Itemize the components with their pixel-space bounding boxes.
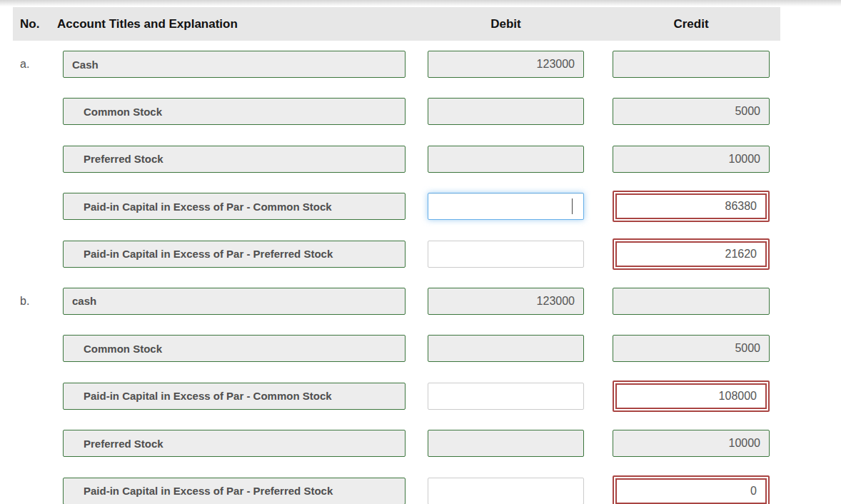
account-title-input <box>63 478 406 504</box>
credit-input <box>613 335 770 362</box>
entry-letter: b. <box>20 295 63 308</box>
top-fade-shadow <box>0 0 841 6</box>
account-title-input <box>63 383 406 410</box>
account-title-input <box>63 146 406 173</box>
account-cell <box>63 380 406 412</box>
account-title-input <box>63 288 406 315</box>
credit-cell <box>613 143 770 175</box>
credit-input <box>613 288 770 315</box>
debit-input-wrap <box>428 383 584 410</box>
account-cell <box>63 96 406 127</box>
credit-cell <box>613 238 770 270</box>
debit-cell <box>428 475 584 504</box>
account-title-input <box>63 241 406 268</box>
debit-input[interactable] <box>428 478 584 504</box>
credit-input <box>613 430 770 457</box>
debit-cell <box>428 191 584 222</box>
debit-input-wrap <box>428 478 584 504</box>
credit-input-wrap <box>613 51 770 78</box>
debit-input-wrap <box>428 335 584 362</box>
journal-row <box>0 143 841 175</box>
debit-input-wrap <box>428 51 584 78</box>
debit-cell <box>428 49 584 80</box>
journal-row <box>0 191 841 222</box>
journal-row <box>0 380 841 412</box>
entry-letter: a. <box>20 58 63 71</box>
debit-cell <box>428 380 584 412</box>
account-cell <box>63 143 406 175</box>
header-account: Account Titles and Explanation <box>57 7 238 41</box>
debit-input[interactable] <box>428 383 584 410</box>
credit-input[interactable] <box>615 193 767 219</box>
debit-input <box>428 146 584 173</box>
debit-input-wrap <box>428 430 584 457</box>
credit-input <box>613 98 770 125</box>
credit-cell <box>613 428 770 459</box>
debit-cell <box>428 96 584 127</box>
account-title-input <box>63 51 406 78</box>
journal-row <box>0 428 841 459</box>
debit-cell <box>428 333 584 364</box>
debit-input <box>428 430 584 457</box>
header-credit: Credit <box>613 7 770 41</box>
debit-input <box>428 98 584 125</box>
account-title-input <box>63 193 406 220</box>
journal-row <box>0 475 841 504</box>
debit-input <box>428 288 584 315</box>
debit-input <box>428 51 584 78</box>
debit-input[interactable] <box>428 193 584 220</box>
credit-input <box>613 146 770 173</box>
journal-row <box>0 238 841 270</box>
credit-input <box>613 51 770 78</box>
credit-input-wrap <box>613 380 770 412</box>
credit-input-wrap <box>613 475 770 504</box>
account-cell <box>63 333 406 364</box>
credit-input-wrap <box>613 335 770 362</box>
credit-input-wrap <box>613 146 770 173</box>
account-title-input <box>63 430 406 457</box>
account-cell <box>63 49 406 80</box>
credit-input[interactable] <box>615 478 767 504</box>
text-caret <box>572 198 573 214</box>
account-title-input <box>63 98 406 125</box>
credit-input[interactable] <box>615 241 767 267</box>
table-header: No. Account Titles and Explanation Debit… <box>13 7 780 41</box>
debit-cell <box>428 428 584 459</box>
credit-cell <box>613 333 770 364</box>
header-no: No. <box>20 7 39 41</box>
account-cell <box>63 238 406 270</box>
debit-input-wrap <box>428 288 584 315</box>
account-cell <box>63 475 406 504</box>
credit-input-wrap <box>613 98 770 125</box>
credit-input-wrap <box>613 238 770 270</box>
debit-input-wrap <box>428 193 584 220</box>
debit-input-wrap <box>428 146 584 173</box>
journal-entry-page: { "header": { "no": "No.", "account": "A… <box>0 0 841 504</box>
account-title-input <box>63 335 406 362</box>
account-cell <box>63 428 406 459</box>
account-cell <box>63 191 406 222</box>
journal-rows: a. <box>0 49 841 504</box>
journal-row: b. <box>0 286 841 317</box>
debit-input-wrap <box>428 241 584 268</box>
credit-cell <box>613 475 770 504</box>
debit-input-wrap <box>428 98 584 125</box>
credit-cell <box>613 191 770 222</box>
credit-input-wrap <box>613 288 770 315</box>
journal-row <box>0 96 841 127</box>
journal-row: a. <box>0 49 841 80</box>
debit-cell <box>428 143 584 175</box>
debit-cell <box>428 238 584 270</box>
debit-input[interactable] <box>428 241 584 268</box>
credit-input-wrap <box>613 191 770 222</box>
credit-input-wrap <box>613 430 770 457</box>
credit-cell <box>613 286 770 317</box>
journal-row <box>0 333 841 364</box>
credit-cell <box>613 49 770 80</box>
credit-cell <box>613 96 770 127</box>
debit-cell <box>428 286 584 317</box>
credit-input[interactable] <box>615 383 767 409</box>
credit-cell <box>613 380 770 412</box>
debit-input <box>428 335 584 362</box>
header-debit: Debit <box>428 7 584 41</box>
